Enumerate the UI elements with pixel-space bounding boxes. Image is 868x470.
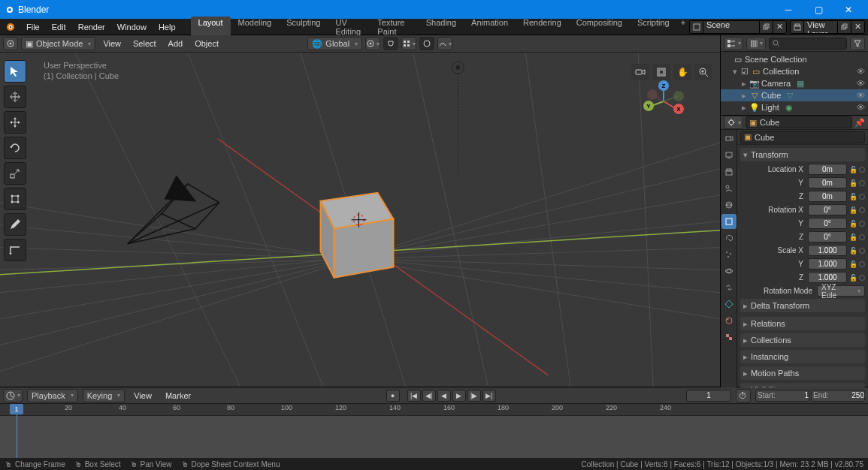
tab-output[interactable] [721, 148, 736, 163]
tree-camera[interactable]: ▸ 📷 Camera ▦ 👁 [721, 77, 868, 89]
tab-render[interactable] [721, 131, 736, 146]
collections-panel-header[interactable]: ▸Collections [740, 333, 865, 347]
tool-cursor[interactable] [4, 86, 26, 108]
context-datablock[interactable]: ▣ Cube [746, 116, 852, 128]
play-button[interactable]: ▶ [452, 390, 466, 402]
jump-end-button[interactable]: ▶| [482, 390, 496, 402]
tool-scale[interactable] [4, 162, 26, 185]
timeline-ruler[interactable]: 20 40 60 80 100 120 140 160 180 200 220 … [0, 404, 868, 416]
proportional-falloff-dropdown[interactable] [437, 37, 452, 50]
menu-file[interactable]: File [20, 19, 46, 35]
menu-add[interactable]: Add [164, 39, 188, 48]
menu-help[interactable]: Help [153, 19, 182, 35]
tab-uv[interactable]: UV Editing [328, 17, 370, 38]
rot-y-field[interactable]: 0° [808, 218, 847, 229]
tool-rotate[interactable] [4, 137, 26, 159]
relations-panel-header[interactable]: ▸Relations [740, 317, 865, 330]
tab-texture[interactable] [721, 330, 736, 345]
prev-keyframe-button[interactable]: ◀| [422, 390, 436, 402]
tab-scene[interactable] [721, 181, 736, 196]
dopesheet-editor-type[interactable] [3, 389, 23, 402]
keyframe-dot[interactable] [859, 207, 865, 213]
view3d-viewport[interactable]: User Perspective (1) Collection | Cube ◑… [0, 53, 720, 387]
menu-select[interactable]: Select [129, 39, 161, 48]
outliner-editor-type[interactable] [724, 37, 743, 50]
gizmo-neg-x[interactable] [647, 89, 658, 100]
scl-x-field[interactable]: 1.000 [808, 245, 847, 256]
menu-render[interactable]: Render [72, 19, 111, 35]
tab-layout[interactable]: Layout [191, 17, 231, 38]
tool-measure[interactable] [4, 239, 26, 261]
disclose-icon[interactable]: ▸ [740, 79, 748, 89]
tab-shading[interactable]: Shading [419, 17, 464, 38]
lock-icon[interactable]: 🔓 [848, 206, 857, 215]
transform-panel-header[interactable]: ▾ Transform [740, 148, 865, 161]
gizmo-x-axis[interactable]: X [673, 104, 684, 114]
blender-logo-icon[interactable] [4, 20, 17, 34]
mode-dropdown[interactable]: ▣ Object Mode [21, 37, 95, 50]
play-reverse-button[interactable]: ◀ [437, 390, 451, 402]
datablock-name[interactable]: ▣ Cube [740, 131, 865, 143]
editor-type-selector[interactable] [3, 37, 18, 50]
menu-view[interactable]: View [98, 39, 126, 48]
snap-toggle[interactable] [383, 37, 398, 50]
tree-cube[interactable]: ▸ ▽ Cube ▽ 👁 [721, 89, 868, 101]
tab-physics[interactable] [721, 264, 736, 279]
keyframe-dot[interactable] [859, 221, 865, 227]
outliner-filter-button[interactable] [850, 37, 865, 50]
start-frame-field[interactable]: Start:1 [755, 390, 809, 402]
keyframe-dot[interactable] [859, 275, 865, 281]
keyframe-dot[interactable] [859, 234, 865, 240]
scl-y-field[interactable]: 1.000 [808, 258, 847, 270]
tab-animation[interactable]: Animation [464, 17, 516, 38]
viewlayer-new-button[interactable] [837, 20, 851, 34]
pin-icon[interactable]: 📌 [854, 118, 865, 128]
loc-z-field[interactable]: 0m [808, 191, 847, 202]
visibility-toggle[interactable]: 👁 [857, 67, 865, 76]
gizmo-z-axis[interactable]: Z [658, 80, 669, 91]
lock-icon[interactable]: 🔓 [848, 273, 857, 282]
tab-object[interactable] [721, 214, 736, 229]
tab-material[interactable] [721, 313, 736, 328]
tree-scene-collection[interactable]: ▭ Scene Collection [721, 53, 868, 65]
cube-object[interactable] [321, 193, 394, 278]
end-frame-field[interactable]: End:250 [811, 390, 865, 402]
lock-icon[interactable]: 🔓 [848, 246, 857, 255]
instancing-panel-header[interactable]: ▸Instancing [740, 350, 865, 363]
tab-modeling[interactable]: Modeling [231, 17, 280, 38]
tab-constraints[interactable] [721, 280, 736, 295]
tab-rendering[interactable]: Rendering [516, 17, 569, 38]
tree-collection[interactable]: ▾ ☑ ▭ Collection 👁 [721, 65, 868, 77]
tool-move[interactable] [4, 111, 26, 134]
menu-object[interactable]: Object [190, 39, 223, 48]
minimize-button[interactable]: ─ [773, 0, 803, 19]
camera-view-button[interactable] [631, 64, 649, 80]
keyframe-dot[interactable] [859, 261, 865, 267]
zoom-view-button[interactable] [694, 64, 712, 80]
pivot-point-dropdown[interactable] [365, 37, 380, 50]
lock-icon[interactable]: 🔓 [848, 219, 857, 228]
menu-dope-marker[interactable]: Marker [161, 391, 195, 400]
viewlayer-delete-button[interactable]: ✕ [851, 20, 864, 34]
gizmo-y-axis[interactable]: Y [643, 101, 654, 111]
tree-light[interactable]: ▸ 💡 Light ◉ 👁 [721, 101, 868, 113]
tab-texture[interactable]: Texture Paint [370, 17, 418, 38]
scene-delete-button[interactable]: ✕ [773, 20, 786, 34]
pan-view-button[interactable]: ✋ [673, 64, 691, 80]
disclose-icon[interactable]: ▾ [731, 67, 739, 77]
keyframe-dot[interactable] [859, 194, 865, 200]
tab-viewlayer[interactable] [721, 164, 736, 179]
lock-icon[interactable]: 🔓 [848, 192, 857, 201]
playback-dropdown[interactable]: Playback [27, 389, 78, 402]
preview-range-toggle[interactable]: ⏱ [736, 389, 751, 402]
rotmode-dropdown[interactable]: XYZ Eule [817, 285, 865, 297]
proportional-edit-toggle[interactable] [419, 37, 434, 50]
scene-new-button[interactable] [759, 20, 773, 34]
next-keyframe-button[interactable]: |▶ [467, 390, 481, 402]
rot-z-field[interactable]: 0° [808, 231, 847, 243]
lock-icon[interactable]: 🔓 [848, 165, 857, 174]
lock-icon[interactable]: 🔓 [848, 260, 857, 269]
menu-dope-view[interactable]: View [129, 391, 156, 400]
current-frame-field[interactable]: 1 [686, 390, 731, 402]
keyframe-dot[interactable] [859, 167, 865, 173]
